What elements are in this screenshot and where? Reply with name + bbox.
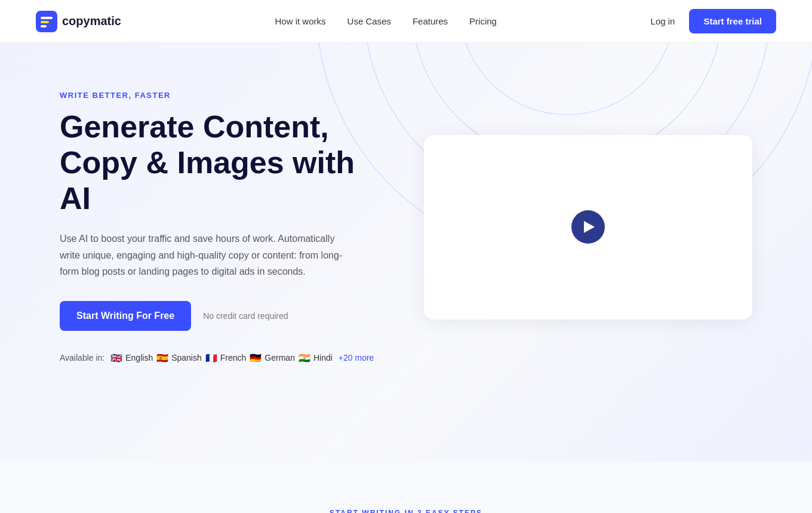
svg-rect-1 [41,17,53,19]
nav-item-how-it-works[interactable]: How it works [275,16,326,27]
nav-item-features[interactable]: Features [413,16,448,27]
start-writing-button[interactable]: Start Writing For Free [60,301,191,331]
language-german: 🇩🇪 German [250,352,295,364]
more-languages-link[interactable]: +20 more [339,353,374,363]
how-it-works-section: START WRITING IN 3 EASY STEPS How does i… [0,461,812,513]
spanish-label: Spanish [171,353,202,363]
start-free-trial-button[interactable]: Start free trial [689,9,776,33]
nav-actions: Log in Start free trial [651,9,776,33]
svg-rect-3 [41,25,47,27]
available-in-label: Available in: [60,353,104,363]
svg-rect-2 [41,21,49,23]
logo[interactable]: copymatic [36,11,121,32]
nav-item-use-cases[interactable]: Use Cases [347,16,391,27]
logo-icon [36,11,57,32]
hero-description: Use AI to boost your traffic and save ho… [60,231,346,279]
nav-links: How it works Use Cases Features Pricing [275,16,497,27]
hero-right-panel [424,135,752,320]
how-eyebrow: START WRITING IN 3 EASY STEPS [36,509,776,513]
hero-section: WRITE BETTER, FASTER Generate Content, C… [0,43,812,461]
cta-row: Start Writing For Free No credit card re… [60,301,388,331]
hero-eyebrow: WRITE BETTER, FASTER [60,91,388,100]
german-label: German [264,353,295,363]
hindi-flag: 🇮🇳 [299,352,310,364]
play-button[interactable] [571,210,605,244]
navbar: copymatic How it works Use Cases Feature… [0,0,812,43]
spanish-flag: 🇪🇸 [156,352,168,364]
available-in-row: Available in: 🇬🇧 English 🇪🇸 Spanish 🇫🇷 F… [60,352,388,364]
hero-left-panel: WRITE BETTER, FASTER Generate Content, C… [60,91,388,364]
hindi-label: Hindi [313,353,333,363]
german-flag: 🇩🇪 [250,352,262,364]
language-french: 🇫🇷 French [205,352,247,364]
logo-text: copymatic [62,14,121,28]
video-card[interactable] [424,135,752,320]
no-credit-card-text: No credit card required [203,311,288,321]
french-flag: 🇫🇷 [205,352,217,364]
english-flag: 🇬🇧 [110,352,122,364]
language-english: 🇬🇧 English [110,352,153,364]
language-spanish: 🇪🇸 Spanish [156,352,202,364]
french-label: French [220,353,247,363]
login-link[interactable]: Log in [651,16,675,26]
language-hindi: 🇮🇳 Hindi [299,352,333,364]
hero-content: WRITE BETTER, FASTER Generate Content, C… [24,43,788,400]
hero-headline: Generate Content, Copy & Images with AI [60,109,388,216]
nav-item-pricing[interactable]: Pricing [469,16,497,27]
english-label: English [125,353,153,363]
